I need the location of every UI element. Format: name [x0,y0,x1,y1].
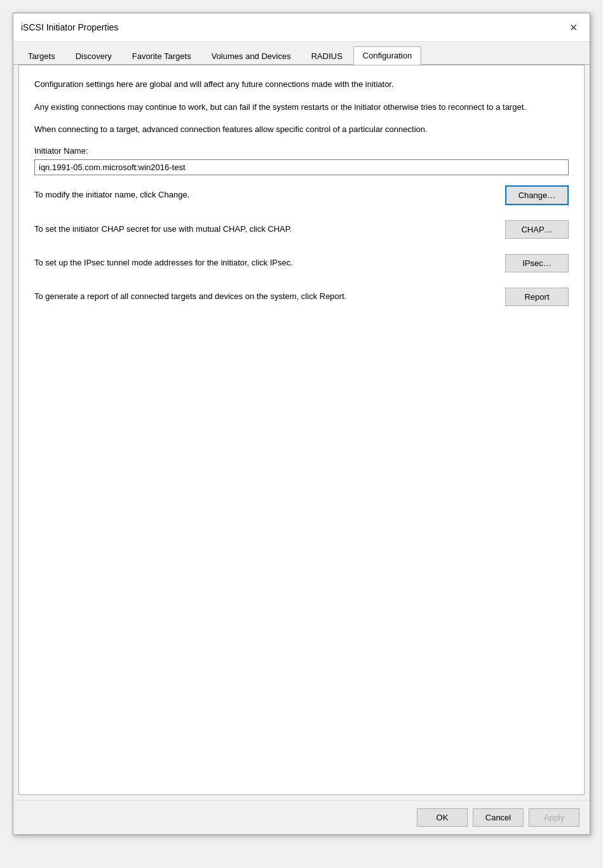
content-area: Configuration settings here are global a… [18,65,585,795]
ipsec-section: To set up the IPsec tunnel mode addresse… [34,254,569,272]
change-button[interactable]: Change… [505,185,569,205]
initiator-name-label: Initiator Name: [34,146,569,156]
change-section: To modify the initiator name, click Chan… [34,185,569,205]
apply-button[interactable]: Apply [529,808,579,827]
chap-desc: To set the initiator CHAP secret for use… [34,223,495,236]
tab-configuration[interactable]: Configuration [353,46,421,65]
tab-targets[interactable]: Targets [18,46,65,65]
initiator-name-section: Initiator Name: [34,146,569,185]
title-bar: iSCSI Initiator Properties ✕ [13,13,590,42]
report-desc: To generate a report of all connected ta… [34,290,495,303]
dialog-footer: OK Cancel Apply [13,800,590,834]
report-button[interactable]: Report [505,288,569,306]
window-title: iSCSI Initiator Properties [21,22,118,32]
close-button[interactable]: ✕ [564,18,582,36]
ipsec-desc: To set up the IPsec tunnel mode addresse… [34,257,495,269]
tab-discovery[interactable]: Discovery [66,46,121,65]
ok-button[interactable]: OK [417,808,468,827]
ipsec-button[interactable]: IPsec… [505,254,569,272]
desc-existing: Any existing connections may continue to… [34,101,569,114]
desc-global: Configuration settings here are global a… [34,78,569,91]
tab-favorite-targets[interactable]: Favorite Targets [123,46,201,65]
tab-radius[interactable]: RADIUS [302,46,352,65]
desc-advanced: When connecting to a target, advanced co… [34,123,569,136]
change-desc: To modify the initiator name, click Chan… [34,189,495,201]
tab-bar: Targets Discovery Favorite Targets Volum… [13,42,590,65]
initiator-name-input[interactable] [34,159,569,175]
tab-volumes-and-devices[interactable]: Volumes and Devices [202,46,301,65]
chap-button[interactable]: CHAP… [505,220,569,239]
dialog-window: iSCSI Initiator Properties ✕ Targets Dis… [13,13,590,835]
report-section: To generate a report of all connected ta… [34,288,569,306]
cancel-button[interactable]: Cancel [473,808,524,827]
chap-section: To set the initiator CHAP secret for use… [34,220,569,239]
